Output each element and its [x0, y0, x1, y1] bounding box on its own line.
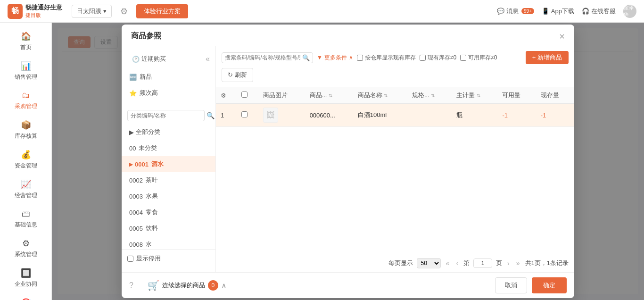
page-size-select[interactable]: 102050100 [417, 258, 441, 268]
cancel-btn[interactable]: 取消 [495, 277, 527, 293]
footer-right: 取消 确定 [495, 277, 567, 293]
prev-page-btn[interactable]: ‹ [454, 259, 460, 267]
row-checkbox[interactable] [241, 111, 248, 117]
sidebar-item-purchase[interactable]: 🗂 采购管理 [0, 86, 51, 115]
cart-icon: 🛒 [148, 280, 159, 291]
gear-icon[interactable]: ⚙ [120, 6, 128, 17]
trial-btn[interactable]: 体验行业方案 [136, 4, 188, 18]
sidebar-item-guide[interactable]: 🎯 新手引导 [0, 293, 51, 300]
more-conditions-btn[interactable]: ▼ 更多条件 ∧ [317, 54, 353, 62]
messages-btn[interactable]: 💬 消息 99+ [497, 7, 534, 16]
sidebar-item-basic-info[interactable]: 🗃 基础信息 [0, 204, 51, 233]
expand-icon: ▶ [129, 129, 134, 136]
category-search-input[interactable] [127, 110, 205, 121]
cart-area: 🛒 连续选择的商品 0 ∧ [148, 280, 227, 291]
sort-icon-spec[interactable]: ⇅ [431, 93, 435, 98]
category-4[interactable]: 0004 零食 [122, 204, 215, 220]
col-code: 商品... ⇅ [305, 87, 353, 104]
online-service-btn[interactable]: 🎧 在线客服 [582, 7, 616, 16]
col-img: 商品图片 [258, 87, 305, 104]
cell-name: 白酒100ml [353, 104, 407, 127]
operations-icon: 📈 [21, 179, 31, 190]
left-panel-top: 🕐 近期购买 « [122, 51, 215, 69]
sort-icon-name[interactable]: ⇅ [384, 93, 388, 98]
filter-icon: ▼ [317, 54, 322, 61]
filter-row: 🔍 ▼ 更多条件 ∧ 按仓库显示现有库存 [216, 46, 574, 87]
logo-area: 畅 畅捷通好生意 捷目版 [8, 3, 62, 19]
new-product-nav[interactable]: 🆕 新品 [122, 69, 215, 85]
confirm-btn[interactable]: 确定 [532, 277, 567, 293]
basic-info-icon: 🗃 [22, 209, 30, 219]
cell-img: 🖼 [258, 104, 305, 127]
recent-buy-btn[interactable]: 🕐 近期购买 [127, 53, 171, 65]
first-page-btn[interactable]: « [445, 259, 451, 267]
star-icon: ⭐ [129, 90, 137, 97]
category-2[interactable]: 0002 茶叶 [122, 172, 215, 188]
sidebar-item-system[interactable]: ⚙ 系统管理 [0, 233, 51, 263]
select-all-checkbox[interactable] [241, 92, 248, 98]
checkbox-existing-stock[interactable]: 现有库存≠0 [420, 54, 456, 62]
divider [122, 104, 215, 104]
purchase-icon: 🗂 [22, 91, 30, 100]
help-icon[interactable]: ? [129, 281, 133, 290]
sort-icon-code[interactable]: ⇅ [329, 93, 332, 98]
app-download-btn[interactable]: 📱 App下载 [542, 7, 574, 16]
add-product-btn[interactable]: + 新增商品 [526, 51, 569, 64]
category-5[interactable]: 0005 饮料 [122, 220, 215, 236]
product-reference-modal: 商品参照 × 🕐 近期购买 « [122, 25, 574, 298]
sort-icon-unit[interactable]: ⇅ [477, 93, 480, 98]
product-search-input[interactable] [225, 54, 300, 61]
cart-collapse-icon[interactable]: ∧ [221, 281, 227, 290]
collapse-btn[interactable]: « [206, 55, 210, 63]
col-name: 商品名称 ⇅ [353, 87, 407, 104]
search-icon[interactable]: 🔍 [302, 54, 310, 61]
user-profile-btn[interactable]: 徐泽华 [623, 5, 636, 18]
refresh-btn[interactable]: ↻ 刷新 [222, 68, 253, 82]
category-3[interactable]: 0003 水果 [122, 188, 215, 204]
col-stock: 现存量 [536, 87, 574, 104]
col-settings[interactable]: ⚙ [216, 87, 237, 104]
header-right: 💬 消息 99+ 📱 App下载 🎧 在线客服 徐泽华 [497, 5, 636, 18]
page-number-input[interactable] [473, 258, 492, 268]
category-0[interactable]: 00 未分类 [122, 140, 215, 156]
sidebar-item-home[interactable]: 🏠 首页 [0, 26, 51, 56]
high-freq-nav[interactable]: ⭐ 频次高 [122, 85, 215, 101]
show-disabled-checkbox[interactable] [127, 256, 133, 262]
col-unit: 主计量 ⇅ [452, 87, 497, 104]
enterprise-icon: 🔲 [21, 268, 31, 278]
sidebar: 🏠 首页 📊 销售管理 🗂 采购管理 📦 库存核算 💰 资金管理 📈 经营管理 … [0, 23, 52, 300]
cell-num: 1 [216, 104, 237, 127]
sidebar-item-finance[interactable]: 💰 资金管理 [0, 145, 51, 175]
cell-code: 000600... [305, 104, 353, 127]
col-checkbox [237, 87, 258, 104]
last-page-btn[interactable]: » [515, 259, 521, 267]
logo-text: 畅捷通好生意 捷目版 [25, 3, 62, 19]
sidebar-item-sales[interactable]: 📊 销售管理 [0, 56, 51, 86]
clock-icon: 🕐 [132, 56, 140, 63]
sidebar-item-operations[interactable]: 📈 经营管理 [0, 175, 51, 204]
inventory-icon: 📦 [21, 120, 31, 130]
product-table-wrap: ⚙ 商品图片 商品... ⇅ 商品名称 [216, 87, 574, 254]
store-dropdown[interactable]: 日太阳膜 ▾ [72, 5, 112, 18]
home-icon: 🏠 [21, 31, 31, 42]
sidebar-item-enterprise[interactable]: 🔲 企业协同 [0, 263, 51, 293]
category-1[interactable]: ▶ 0001 酒水 [122, 156, 215, 172]
active-triangle: ▶ [129, 162, 133, 167]
top-header: 畅 畅捷通好生意 捷目版 日太阳膜 ▾ ⚙ 体验行业方案 💬 消息 99+ 📱 … [0, 0, 644, 23]
cell-unit: 瓶 [452, 104, 497, 127]
table-row[interactable]: 1 🖼 000600... 白酒100ml 瓶 [216, 104, 574, 127]
category-6[interactable]: 0008 水 [122, 236, 215, 249]
modal-close-btn[interactable]: × [559, 32, 565, 41]
sidebar-item-inventory[interactable]: 📦 库存核算 [0, 115, 51, 145]
col-spec: 规格... ⇅ [407, 87, 452, 104]
category-search-icon[interactable]: 🔍 [206, 112, 215, 119]
category-all[interactable]: ▶ 全部分类 [122, 124, 215, 140]
chevron-down-icon: ▾ [103, 8, 107, 15]
phone-icon: 📱 [542, 8, 549, 15]
checkbox-warehouse-stock[interactable]: 按仓库显示现有库存 [357, 54, 416, 62]
cell-check[interactable] [237, 104, 258, 127]
next-page-btn[interactable]: › [506, 259, 511, 267]
modal-title: 商品参照 [131, 31, 161, 41]
guide-icon: 🎯 [21, 298, 31, 300]
checkbox-available-stock[interactable]: 可用库存≠0 [460, 54, 497, 62]
